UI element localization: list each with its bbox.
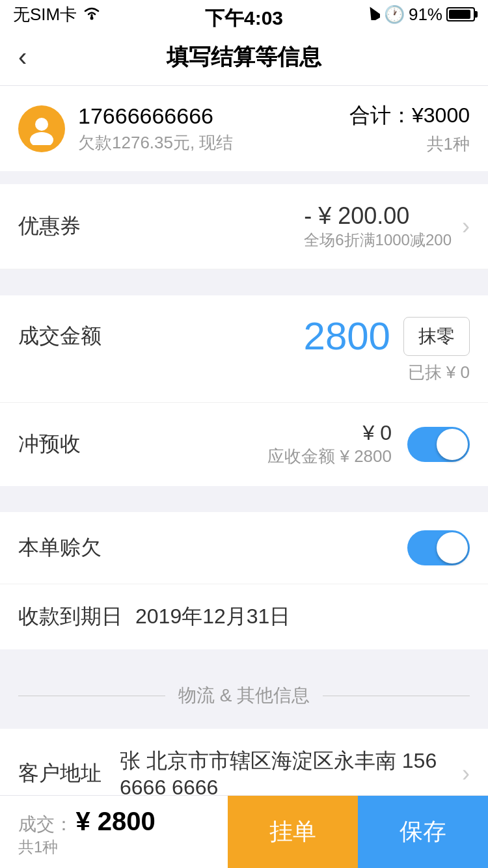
deal-sub: 已抹 ¥ 0: [18, 361, 470, 384]
avatar: [18, 105, 65, 152]
coupon-row[interactable]: 优惠券 - ¥ 200.00 全场6折满1000减200 ›: [0, 184, 488, 269]
battery-percent: 91%: [409, 5, 442, 25]
logistics-divider: 物流 & 其他信息: [0, 662, 488, 729]
divider-line-right: [323, 696, 470, 696]
content: 17666666666 欠款1276.35元, 现结 合计：¥3000 共1种 …: [0, 86, 488, 868]
round-button[interactable]: 抹零: [403, 317, 470, 356]
logistics-label: 物流 & 其他信息: [178, 683, 310, 708]
coupon-right: - ¥ 200.00 全场6折满1000减200 ›: [304, 202, 470, 251]
save-button[interactable]: 保存: [358, 796, 488, 869]
nav-bar: ‹ 填写结算等信息: [0, 29, 488, 86]
deal-amount: 2800: [304, 314, 390, 359]
status-right: 🕐 91%: [367, 5, 475, 25]
arrears-label: 本单赊欠: [18, 534, 102, 562]
status-bar: 无SIM卡 下午4:03 🕐 91%: [0, 0, 488, 29]
svg-point-3: [30, 132, 53, 145]
deal-row: 成交金额 2800 抹零: [18, 314, 470, 359]
divider-line-left: [18, 696, 165, 696]
bottom-deal-label: 成交：: [18, 814, 73, 834]
duedate-value: 2019年12月31日: [135, 603, 290, 631]
customer-sub: 欠款1276.35元, 现结: [78, 131, 233, 154]
precollect-right: ¥ 0 应收金额 ¥ 2800: [267, 421, 470, 468]
bottom-bar: 成交： ¥ 2800 共1种 挂单 保存: [0, 795, 488, 868]
total-count: 共1种: [349, 133, 470, 156]
toggle-thumb: [437, 429, 468, 460]
chevron-right-icon: ›: [462, 213, 470, 240]
back-button[interactable]: ‹: [18, 42, 27, 72]
bottom-summary: 成交： ¥ 2800 共1种: [0, 807, 228, 858]
page-title: 填写结算等信息: [167, 42, 321, 72]
status-left: 无SIM卡: [13, 3, 102, 26]
svg-point-2: [35, 118, 48, 131]
coupon-label: 优惠券: [18, 212, 81, 241]
precollect-amount: ¥ 0: [267, 421, 392, 445]
arrears-section: 本单赊欠: [0, 512, 488, 584]
arrears-toggle-thumb: [437, 532, 468, 563]
bottom-deal-count: 共1种: [18, 837, 210, 858]
duedate-label: 收款到期日: [18, 603, 122, 631]
customer-info: 17666666666 欠款1276.35元, 现结: [78, 103, 233, 154]
customer-phone: 17666666666: [78, 103, 233, 129]
arrears-toggle[interactable]: [407, 530, 470, 565]
section-divider-2: [0, 486, 488, 499]
customer-left: 17666666666 欠款1276.35元, 现结: [18, 103, 233, 154]
section-divider-1: [0, 269, 488, 282]
precollect-value: ¥ 0 应收金额 ¥ 2800: [267, 421, 392, 468]
customer-right: 合计：¥3000 共1种: [349, 102, 470, 156]
avatar-icon: [25, 113, 58, 145]
battery-icon: [446, 7, 475, 21]
bottom-deal-line: 成交： ¥ 2800: [18, 807, 210, 837]
clock-icon: 🕐: [384, 5, 405, 25]
customer-row: 17666666666 欠款1276.35元, 现结 合计：¥3000 共1种: [0, 86, 488, 171]
deal-section: 成交金额 2800 抹零 已抹 ¥ 0: [0, 295, 488, 402]
address-chevron-icon: ›: [462, 760, 470, 787]
coupon-amount: - ¥ 200.00: [304, 202, 452, 230]
wifi-icon: [82, 5, 102, 25]
precollect-section: 冲预收 ¥ 0 应收金额 ¥ 2800: [0, 402, 488, 486]
total-amount: 合计：¥3000: [349, 102, 470, 130]
bottom-deal-amount: ¥ 2800: [75, 807, 155, 835]
precollect-toggle[interactable]: [407, 427, 470, 462]
svg-point-0: [90, 16, 94, 20]
signal-text: 无SIM卡: [13, 3, 77, 26]
address-value: 张 北京市市辖区海淀区永丰南 156 6666 6666: [120, 747, 462, 800]
deal-label: 成交金额: [18, 322, 102, 351]
duedate-section: 收款到期日 2019年12月31日: [0, 584, 488, 649]
coupon-sub: 全场6折满1000减200: [304, 230, 452, 251]
address-label: 客户地址: [18, 759, 102, 788]
precollect-sub: 应收金额 ¥ 2800: [267, 445, 392, 468]
svg-marker-1: [367, 6, 380, 20]
precollect-label: 冲预收: [18, 430, 81, 459]
hang-button[interactable]: 挂单: [228, 796, 358, 869]
deal-value-area: 2800 抹零: [304, 314, 470, 359]
status-time: 下午4:03: [205, 5, 283, 32]
location-icon: [367, 5, 380, 25]
